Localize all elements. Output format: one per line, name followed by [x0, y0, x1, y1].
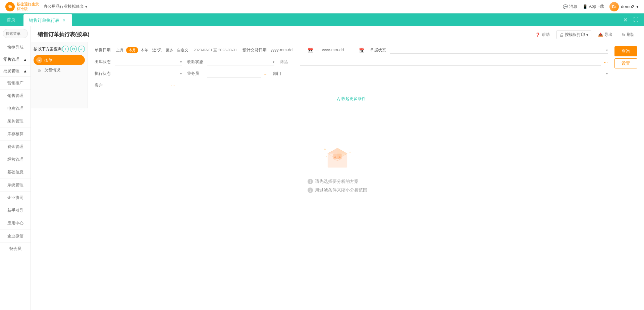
date-prev-month-btn[interactable]: 上月	[115, 47, 125, 53]
filter-scheme-icon-single: ●	[36, 57, 42, 63]
filter-add-button[interactable]: +	[62, 46, 69, 52]
filter-field-expected-date: 预计交货日期 📅 — 📅	[243, 46, 365, 54]
filter-goods-input[interactable]	[300, 58, 601, 66]
tab-expand-button[interactable]: ⛶	[632, 16, 640, 24]
tab-active[interactable]: 销售订单执行表 ×	[23, 14, 72, 27]
query-button[interactable]: 查询	[614, 46, 637, 56]
filter-bill-status-label: 单据状态	[370, 47, 387, 53]
filter-row-3: 执行状态 ▾ 业务员 ···	[95, 70, 608, 78]
filter-scheme-item-single[interactable]: ● 按单	[34, 55, 85, 65]
salesperson-more-icon[interactable]: ···	[264, 71, 268, 76]
goods-more-icon[interactable]: ···	[604, 59, 608, 65]
date-start-calendar-icon[interactable]: 📅	[308, 48, 313, 53]
logo-line2: 标准版	[17, 7, 39, 11]
customer-more-icon[interactable]: ···	[171, 83, 175, 88]
sidebar-search-area	[0, 26, 31, 41]
collapse-more-btn[interactable]: ⋀ 收起更多条件	[95, 93, 608, 104]
filter-collection-select[interactable]: ▾	[207, 59, 274, 65]
sidebar-item-enterprise[interactable]: 企业协同	[0, 192, 31, 204]
empty-illustration	[321, 138, 354, 172]
refresh-icon: ↻	[622, 33, 625, 37]
sidebar-item-sales[interactable]: 销售管理	[0, 90, 31, 102]
filter-shipment-select[interactable]: ▾	[115, 59, 182, 65]
tab-home[interactable]: 首页	[0, 13, 22, 26]
user-info[interactable]: Ea demo2 ▾	[609, 2, 639, 11]
help-icon: ❓	[535, 33, 540, 37]
date-this-month-btn[interactable]: 本月	[126, 47, 138, 53]
sidebar-item-basic-info[interactable]: 基础信息	[0, 166, 31, 179]
sidebar-item-system[interactable]: 系统管理	[0, 179, 31, 192]
company-selector[interactable]: 办公用品行业模拟账套 ▾	[42, 3, 89, 10]
date-end-input[interactable]	[321, 46, 358, 54]
sidebar-item-quick-nav[interactable]: 快捷导航	[0, 41, 31, 54]
filter-field-goods: 商品 ···	[280, 58, 608, 66]
logo-line1: 畅捷通好生意	[17, 2, 39, 6]
logo-text: 畅捷通好生意 标准版	[17, 2, 39, 11]
sidebar-item-ecommerce[interactable]: 电商管理	[0, 102, 31, 115]
filter-collection-label: 收款状态	[187, 59, 205, 65]
date-this-year-btn[interactable]: 本年	[140, 47, 150, 53]
refresh-button[interactable]: ↻ 刷新	[619, 31, 637, 39]
sidebar-item-finance[interactable]: 资金管理	[0, 141, 31, 153]
sidebar-section-wholesale: 批发管理 ▲	[0, 65, 31, 77]
sidebar-item-purchase-label: 采购管理	[7, 118, 23, 124]
export-button[interactable]: 📤 导出	[595, 31, 615, 39]
message-label: 消息	[569, 4, 577, 9]
sidebar-item-membership[interactable]: 畅会员	[0, 243, 31, 255]
sidebar-item-finance-label: 资金管理	[7, 144, 23, 150]
svg-rect-3	[333, 154, 342, 159]
date-start-input[interactable]	[269, 46, 306, 54]
sidebar-section-retail: 零售管理 ▲	[0, 54, 31, 65]
sidebar-section-wholesale-arrow: ▲	[23, 69, 27, 73]
filter-date-range: 📅 — 📅	[269, 46, 365, 54]
sidebar-item-membership-label: 畅会员	[9, 246, 21, 252]
message-button[interactable]: 💬 消息	[563, 4, 577, 9]
filter-field-date: 单据日期 上月 本月 本年 近7天 更多 自定义 2023-03-01 至 20…	[95, 47, 237, 53]
settings-button[interactable]: 设置	[614, 58, 637, 68]
filter-field-customer: 客户 ···	[95, 82, 175, 89]
filter-customer-input[interactable]	[115, 82, 168, 89]
date-end-calendar-icon[interactable]: 📅	[359, 48, 365, 53]
empty-state: 1 请先选择要分析的方案 2 用过滤条件来缩小分析范围	[31, 111, 644, 220]
filter-department-select[interactable]: ▾	[293, 70, 608, 77]
filter-scheme-item-shortage[interactable]: ◎ 欠货情况	[34, 65, 85, 75]
sidebar-item-newbie[interactable]: 新手引导	[0, 204, 31, 217]
help-button[interactable]: ❓ 帮助	[533, 31, 552, 39]
sidebar-item-business[interactable]: 经营管理	[0, 153, 31, 166]
sidebar-section-retail-header[interactable]: 零售管理 ▲	[0, 54, 31, 65]
tab-close-button[interactable]: ×	[61, 18, 67, 23]
date-recent7-btn[interactable]: 近7天	[151, 47, 163, 53]
print-icon: 🖨	[559, 33, 564, 37]
sidebar-item-newbie-label: 新手引导	[7, 208, 23, 213]
app-download-button[interactable]: 📱 App下载	[583, 4, 604, 9]
date-more-btn[interactable]: 更多	[164, 47, 174, 53]
filter-salesperson-input[interactable]	[207, 70, 261, 78]
filter-collapse-button[interactable]: «	[78, 46, 85, 52]
sidebar-item-business-label: 经营管理	[7, 157, 23, 162]
sidebar-section-wholesale-header[interactable]: 批发管理 ▲	[0, 65, 31, 76]
sidebar-section-wholesale-label: 批发管理	[3, 68, 19, 74]
tab-close-window-button[interactable]: ✕	[621, 16, 629, 24]
sidebar-item-inventory-label: 库存核算	[7, 131, 23, 137]
sidebar-item-app-center[interactable]: 应用中心	[0, 217, 31, 230]
print-button[interactable]: 🖨 按模板打印 ▾	[556, 30, 591, 39]
filter-exec-status-select[interactable]: ▾	[115, 70, 182, 77]
filter-refresh-button[interactable]: ↻	[70, 46, 77, 52]
empty-hints: 1 请先选择要分析的方案 2 用过滤条件来缩小分析范围	[308, 178, 367, 193]
sidebar-item-inventory[interactable]: 库存核算	[0, 128, 31, 141]
filter-shipment-label: 出库状态	[95, 59, 112, 65]
sidebar-item-wechat[interactable]: 企业微信	[0, 230, 31, 243]
svg-point-5	[324, 149, 326, 150]
filter-bill-status-select[interactable]: ▾	[390, 47, 608, 54]
sidebar-item-marketing[interactable]: 营销推广	[0, 77, 31, 90]
tab-active-label: 销售订单执行表	[29, 17, 59, 23]
sidebar-item-purchase[interactable]: 采购管理	[0, 115, 31, 128]
hint-text-2: 用过滤条件来缩小分析范围	[315, 187, 367, 193]
sidebar-item-basic-info-label: 基础信息	[7, 169, 23, 175]
department-arrow-icon: ▾	[606, 72, 608, 75]
query-settings-group: 查询 设置	[614, 42, 644, 108]
date-custom-btn[interactable]: 自定义	[176, 47, 190, 53]
sidebar-item-quick-nav-label: 快捷导航	[7, 45, 23, 50]
search-input[interactable]	[3, 29, 28, 38]
header-right: 💬 消息 📱 App下载 Ea demo2 ▾	[563, 2, 639, 11]
